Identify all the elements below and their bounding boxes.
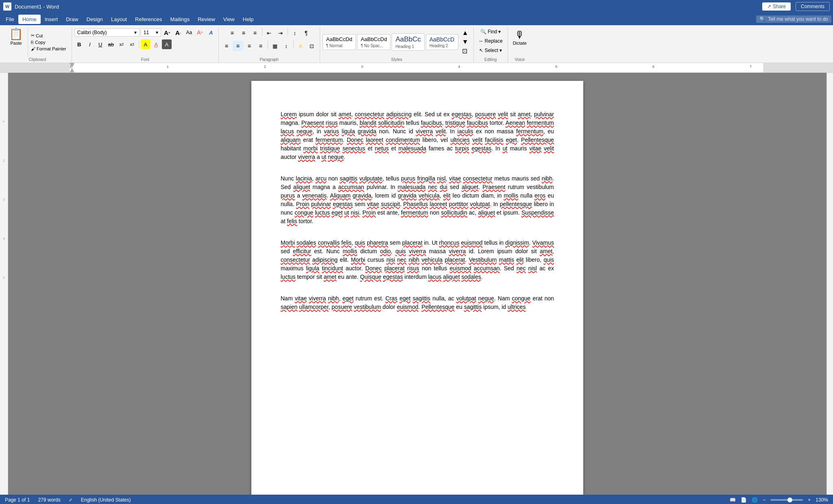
- menu-search[interactable]: 🔍 Tell me what you want to do: [756, 15, 831, 23]
- filename: Document1 - Word: [15, 4, 59, 10]
- font-group: Calibri (Body) ▾ 11 ▾ A+ A- Aa A✕ A B I: [72, 27, 219, 63]
- menu-view[interactable]: View: [219, 15, 239, 24]
- document-page[interactable]: Lorem ipsum dolor sit amet, consectetur …: [251, 81, 583, 495]
- superscript-button[interactable]: x2: [127, 39, 137, 49]
- decrease-indent-button[interactable]: ⇤: [264, 28, 275, 38]
- justify-button[interactable]: ≡: [255, 41, 266, 51]
- style-heading1[interactable]: AaBbCc Heading 1: [392, 33, 424, 51]
- left-margin-bar: ↵ 2 3 4 5: [0, 73, 8, 495]
- page-container: Lorem ipsum dolor sit amet, consectetur …: [8, 73, 826, 495]
- text-highlight-button[interactable]: A: [141, 39, 150, 49]
- styles-expand-button[interactable]: ⊡: [461, 46, 469, 56]
- paragraph-group: ≡ ≡ ≡ ⇤ ⇥ ↕ ¶ ≡ ≡ ≡ ≡ ▦ ↕: [219, 27, 320, 63]
- change-case-button[interactable]: Aa: [184, 28, 194, 37]
- paragraph-2: Nunc lacinia, arcu non sagittis vulputat…: [281, 174, 554, 226]
- strikethrough-button[interactable]: ab: [106, 39, 116, 49]
- find-icon: 🔍: [480, 29, 486, 35]
- style-no-spacing[interactable]: AaBbCcDd ¶ No Spac...: [357, 34, 390, 50]
- font-dropdown-icon: ▾: [134, 30, 137, 35]
- clipboard-label: Clipboard: [6, 56, 69, 63]
- menu-review[interactable]: Review: [194, 15, 219, 24]
- editing-group-label: Editing: [476, 56, 505, 63]
- align-left-button[interactable]: ≡: [221, 41, 232, 51]
- paste-button[interactable]: 📋 Paste: [6, 28, 26, 56]
- ribbon-row: 📋 Paste ✂ Cut ⎘ Copy 🖌 Format Painter: [3, 27, 830, 63]
- multilevel-list-button[interactable]: ≡: [250, 28, 260, 38]
- menu-draw[interactable]: Draw: [62, 15, 82, 24]
- menu-mailings[interactable]: Mailings: [166, 15, 194, 24]
- share-button[interactable]: ↗ Share: [762, 2, 791, 11]
- cut-button[interactable]: ✂ Cut: [30, 33, 68, 39]
- ruler-left-margin: [0, 63, 69, 72]
- replace-button[interactable]: ↔ Replace: [476, 37, 505, 45]
- italic-button[interactable]: I: [85, 39, 95, 49]
- ruler: 1 1 2 3 4 5 6 7: [0, 63, 833, 73]
- copy-button[interactable]: ⎘ Copy: [30, 39, 68, 45]
- font-size-selector[interactable]: 11 ▾: [141, 28, 161, 37]
- menu-bar: File Home Insert Draw Design Layout Refe…: [0, 13, 833, 25]
- font-shrink-button[interactable]: A-: [173, 28, 183, 37]
- comments-button[interactable]: Comments: [796, 2, 830, 11]
- find-dropdown-icon: ▾: [498, 29, 501, 35]
- title-bar-right: ↗ Share Comments: [762, 2, 830, 11]
- sort-button[interactable]: ↕: [290, 28, 300, 38]
- zoom-in-button[interactable]: +: [808, 497, 811, 503]
- menu-file[interactable]: File: [2, 15, 18, 24]
- bullets-button[interactable]: ≡: [227, 28, 238, 38]
- subscript-button[interactable]: x2: [117, 39, 126, 49]
- clear-format-button[interactable]: A✕: [195, 28, 205, 37]
- underline-button[interactable]: U: [96, 39, 105, 49]
- menu-insert[interactable]: Insert: [41, 15, 62, 24]
- paste-icon: 📋: [9, 28, 23, 40]
- bold-button[interactable]: B: [74, 39, 84, 49]
- word-logo: W: [3, 2, 11, 11]
- title-bar: W Document1 - Word ↗ Share Comments: [0, 0, 833, 13]
- styles-scroll-down[interactable]: ▼: [461, 37, 469, 46]
- title-bar-left: W Document1 - Word: [3, 2, 59, 11]
- menu-help[interactable]: Help: [239, 15, 258, 24]
- font-color-button[interactable]: A: [151, 39, 161, 49]
- text-effects-button[interactable]: A: [206, 28, 216, 37]
- status-bar: Page 1 of 1 279 words ✓ English (United …: [0, 495, 833, 504]
- borders-button[interactable]: ⊡: [307, 41, 317, 51]
- ribbon: 📋 Paste ✂ Cut ⎘ Copy 🖌 Format Painter: [0, 25, 833, 63]
- menu-design[interactable]: Design: [83, 15, 107, 24]
- font-grow-button[interactable]: A+: [162, 28, 172, 37]
- font-family-selector[interactable]: Calibri (Body) ▾: [74, 28, 140, 37]
- main-area: ↵ 2 3 4 5 Lorem ipsum dolor sit amet, co…: [0, 73, 833, 495]
- format-painter-button[interactable]: 🖌 Format Painter: [30, 46, 68, 52]
- language: English (United States): [81, 497, 131, 503]
- print-layout-button[interactable]: 📄: [741, 497, 747, 503]
- increase-indent-button[interactable]: ⇥: [275, 28, 286, 38]
- styles-scroll-up[interactable]: ▲: [461, 28, 469, 37]
- styles-group-label: Styles: [323, 56, 471, 63]
- select-dropdown-icon: ▾: [499, 48, 502, 53]
- cut-icon: ✂: [31, 33, 35, 38]
- shading-button[interactable]: A: [295, 41, 306, 51]
- read-mode-button[interactable]: 📖: [730, 497, 736, 503]
- align-center-button[interactable]: ≡: [233, 41, 243, 51]
- align-right-button[interactable]: ≡: [244, 41, 255, 51]
- status-right: 📖 📄 🌐 − + 130%: [730, 497, 828, 503]
- numbering-button[interactable]: ≡: [238, 28, 249, 38]
- columns-button[interactable]: ▦: [270, 41, 280, 51]
- menu-references[interactable]: References: [131, 15, 166, 24]
- menu-home[interactable]: Home: [18, 15, 41, 24]
- dictate-button[interactable]: 🎙 Dictate: [510, 28, 529, 47]
- style-normal[interactable]: AaBbCcDd ¶ Normal: [323, 34, 356, 50]
- show-hide-button[interactable]: ¶: [301, 28, 312, 38]
- zoom-out-button[interactable]: −: [763, 497, 765, 503]
- zoom-slider[interactable]: [770, 499, 803, 501]
- paragraph-group-label: Paragraph: [221, 56, 317, 63]
- find-button[interactable]: 🔍 Find ▾: [478, 28, 503, 36]
- character-shading-button[interactable]: A: [162, 39, 172, 49]
- menu-layout[interactable]: Layout: [107, 15, 131, 24]
- web-layout-button[interactable]: 🌐: [752, 497, 758, 503]
- style-heading2[interactable]: AaBbCcD Heading 2: [426, 34, 458, 50]
- select-button[interactable]: ↖ Select ▾: [477, 46, 504, 54]
- paragraph-1: Lorem ipsum dolor sit amet, consectetur …: [281, 110, 554, 161]
- select-icon: ↖: [479, 48, 483, 53]
- search-icon: 🔍: [759, 16, 765, 22]
- clipboard-sub-buttons: ✂ Cut ⎘ Copy 🖌 Format Painter: [28, 28, 69, 56]
- line-spacing-button[interactable]: ↕: [281, 41, 292, 51]
